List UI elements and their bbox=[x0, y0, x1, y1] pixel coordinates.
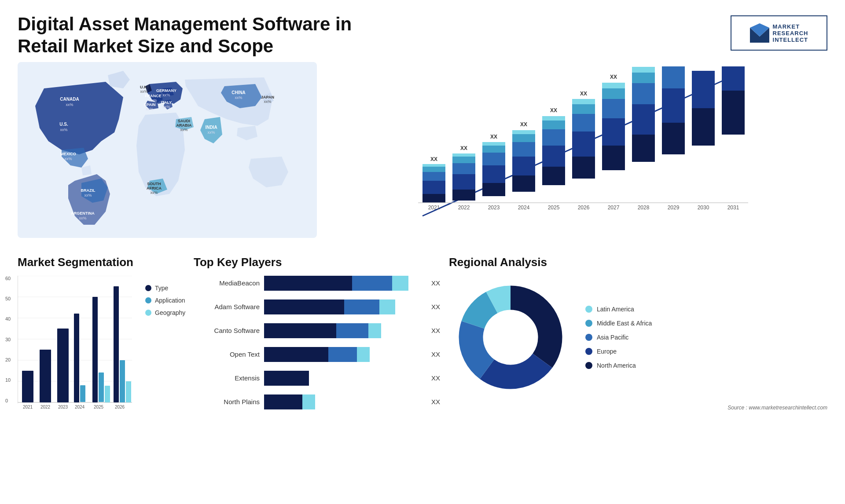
map-section: CANADA xx% U.S. xx% MEXICO xx% BRAZIL xx… bbox=[18, 62, 317, 247]
legend-geo-dot bbox=[145, 310, 151, 316]
svg-text:XX: XX bbox=[460, 145, 467, 151]
player-row-mediabeacon: MediaBeacon XX bbox=[194, 276, 440, 291]
segmentation-section: Market Segmentation 60 50 40 30 20 10 0 bbox=[18, 256, 185, 484]
svg-text:2022: 2022 bbox=[40, 405, 51, 409]
logo-area: MARKET RESEARCH INTELLECT bbox=[731, 15, 827, 51]
svg-rect-119 bbox=[57, 329, 69, 402]
seg-y-60: 60 bbox=[5, 276, 11, 281]
svg-rect-45 bbox=[452, 174, 475, 190]
svg-rect-68 bbox=[542, 121, 565, 129]
seg-y-40: 40 bbox=[5, 316, 11, 321]
legend-geography: Geography bbox=[145, 309, 185, 316]
svg-text:xx%: xx% bbox=[60, 128, 67, 132]
svg-text:2030: 2030 bbox=[698, 205, 709, 211]
svg-text:CHINA: CHINA bbox=[231, 90, 246, 95]
player-bar-opentext-seg3 bbox=[357, 347, 370, 362]
svg-text:SPAIN: SPAIN bbox=[144, 102, 156, 107]
svg-rect-73 bbox=[572, 131, 595, 157]
svg-text:XX: XX bbox=[490, 134, 497, 140]
svg-rect-79 bbox=[602, 146, 625, 170]
svg-text:XX: XX bbox=[520, 121, 527, 128]
svg-text:2024: 2024 bbox=[75, 405, 85, 409]
legend-europe: Europe bbox=[585, 348, 652, 355]
player-bar-northplains-seg2 bbox=[302, 394, 315, 409]
svg-rect-62 bbox=[512, 130, 535, 134]
player-bar-opentext-seg1 bbox=[264, 347, 328, 362]
svg-rect-58 bbox=[512, 175, 535, 192]
seg-y-10: 10 bbox=[5, 377, 11, 383]
logo-line3: INTELLECT bbox=[773, 37, 808, 43]
svg-rect-51 bbox=[482, 183, 505, 196]
legend-app-dot bbox=[145, 297, 151, 303]
player-row-adam: Adam Software XX bbox=[194, 299, 440, 314]
logo-box: MARKET RESEARCH INTELLECT bbox=[731, 15, 827, 51]
svg-rect-53 bbox=[482, 153, 505, 165]
legend-application: Application bbox=[145, 297, 185, 304]
svg-rect-86 bbox=[632, 135, 655, 162]
svg-text:xx%: xx% bbox=[162, 93, 170, 97]
legend-europe-dot bbox=[585, 348, 592, 355]
legend-latin-label: Latin America bbox=[597, 306, 634, 313]
seg-y-20: 20 bbox=[5, 357, 11, 362]
svg-rect-98 bbox=[692, 108, 715, 146]
svg-rect-75 bbox=[572, 104, 595, 114]
svg-rect-37 bbox=[422, 194, 445, 203]
svg-rect-99 bbox=[692, 71, 715, 108]
legend-app-label: Application bbox=[155, 297, 185, 304]
svg-rect-74 bbox=[572, 114, 595, 131]
svg-text:U.S.: U.S. bbox=[59, 122, 68, 127]
segmentation-title: Market Segmentation bbox=[18, 256, 185, 269]
svg-rect-130 bbox=[126, 381, 131, 402]
svg-text:ITALY: ITALY bbox=[161, 100, 172, 105]
world-map: CANADA xx% U.S. xx% MEXICO xx% BRAZIL xx… bbox=[18, 62, 317, 238]
svg-point-137 bbox=[484, 311, 537, 364]
svg-rect-94 bbox=[662, 88, 685, 123]
svg-text:FRANCE: FRANCE bbox=[145, 94, 162, 98]
regional-title: Regional Analysis bbox=[449, 256, 827, 269]
svg-rect-61 bbox=[512, 134, 535, 142]
player-bar-northplains bbox=[264, 394, 424, 409]
player-bar-opentext-seg2 bbox=[328, 347, 357, 362]
svg-text:SOUTH: SOUTH bbox=[147, 182, 161, 186]
growth-bar-chart: XX 2021 XX 2022 XX 2023 bbox=[334, 66, 819, 229]
svg-text:2021: 2021 bbox=[23, 405, 33, 409]
svg-text:JAPAN: JAPAN bbox=[261, 95, 274, 99]
svg-text:BRAZIL: BRAZIL bbox=[81, 188, 96, 193]
player-row-northplains: North Plains XX bbox=[194, 394, 440, 409]
svg-text:xx%: xx% bbox=[235, 95, 242, 100]
logo-line2: RESEARCH bbox=[773, 30, 808, 37]
svg-text:XX: XX bbox=[550, 107, 557, 113]
svg-rect-41 bbox=[422, 164, 445, 167]
svg-text:XX: XX bbox=[430, 156, 437, 162]
player-bar-adam-seg1 bbox=[264, 299, 344, 314]
seg-y-50: 50 bbox=[5, 296, 11, 301]
bottom-row: Market Segmentation 60 50 40 30 20 10 0 bbox=[0, 247, 845, 489]
svg-rect-102 bbox=[722, 91, 745, 135]
svg-text:U.K.: U.K. bbox=[140, 85, 148, 89]
players-bars: MediaBeacon XX Adam Software XX bbox=[194, 276, 440, 409]
top-content: CANADA xx% U.S. xx% MEXICO xx% BRAZIL xx… bbox=[0, 62, 845, 247]
logo-line1: MARKET bbox=[773, 23, 808, 30]
legend-northam: North America bbox=[585, 362, 652, 369]
svg-text:2026: 2026 bbox=[578, 205, 590, 211]
svg-rect-60 bbox=[512, 142, 535, 157]
svg-text:2022: 2022 bbox=[458, 205, 470, 211]
svg-text:2025: 2025 bbox=[94, 405, 104, 409]
svg-rect-69 bbox=[542, 116, 565, 121]
player-bar-canto-seg3 bbox=[368, 323, 381, 338]
legend-mea-dot bbox=[585, 320, 592, 327]
legend-type: Type bbox=[145, 285, 185, 292]
player-name-mediabeacon: MediaBeacon bbox=[194, 279, 260, 287]
svg-text:XX: XX bbox=[580, 91, 587, 97]
svg-text:2024: 2024 bbox=[518, 205, 530, 211]
svg-rect-121 bbox=[74, 314, 79, 402]
svg-text:2023: 2023 bbox=[488, 205, 500, 211]
svg-rect-67 bbox=[542, 129, 565, 146]
svg-rect-89 bbox=[632, 73, 655, 83]
legend-mea-label: Middle East & Africa bbox=[597, 320, 652, 327]
player-row-canto: Canto Software XX bbox=[194, 323, 440, 338]
svg-text:xx%: xx% bbox=[140, 89, 147, 94]
source-text: Source : www.marketresearchintellect.com bbox=[727, 405, 827, 411]
legend-apac: Asia Pacific bbox=[585, 334, 652, 341]
donut-legend: Latin America Middle East & Africa Asia … bbox=[585, 306, 652, 369]
